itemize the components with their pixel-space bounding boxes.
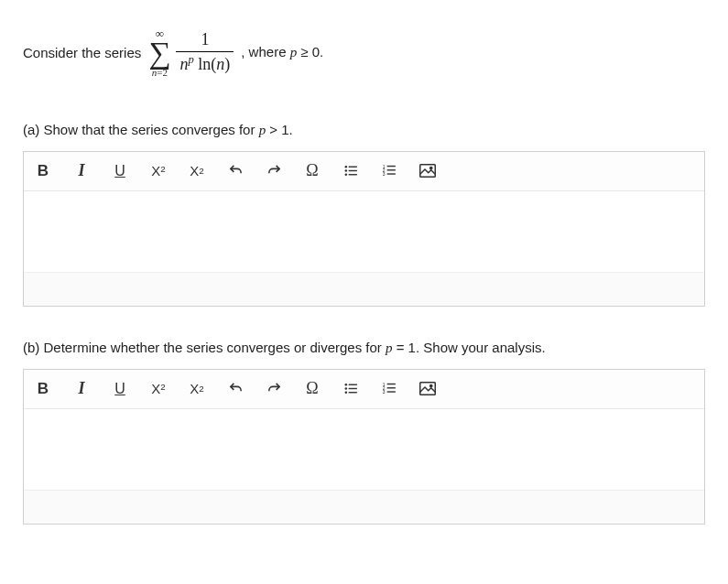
ul-icon [343, 381, 359, 396]
italic-button[interactable]: I [62, 370, 101, 408]
series-formula: ∞ ∑ n=2 1 np ln(n) [148, 27, 234, 78]
svg-rect-11 [386, 173, 395, 174]
ordered-list-button[interactable]: 123 [370, 370, 408, 408]
svg-rect-9 [386, 166, 395, 167]
svg-text:3: 3 [382, 390, 385, 395]
fraction: 1 np ln(n) [176, 31, 234, 74]
image-button[interactable] [408, 152, 447, 190]
editor-a-footer [24, 272, 704, 306]
svg-text:3: 3 [382, 172, 385, 177]
part-b-label: (b) Determine whether the series converg… [23, 340, 705, 356]
editor-b-body[interactable] [24, 409, 704, 490]
image-button[interactable] [408, 370, 447, 408]
svg-rect-4 [348, 170, 356, 171]
superscript-button[interactable]: X2 [139, 370, 178, 408]
italic-button[interactable]: I [62, 152, 101, 190]
subscript-button[interactable]: X2 [178, 370, 216, 408]
svg-rect-10 [386, 169, 395, 170]
undo-icon [228, 381, 244, 396]
toolbar-b: B I U X2 X2 Ω 123 [24, 370, 704, 409]
svg-rect-12 [420, 165, 436, 178]
special-char-button[interactable]: Ω [293, 152, 331, 190]
problem-statement: Consider the series ∞ ∑ n=2 1 np ln(n) ,… [23, 27, 705, 78]
ul-icon [343, 163, 359, 178]
unordered-list-button[interactable] [331, 370, 370, 408]
redo-icon [266, 381, 282, 396]
special-char-button[interactable]: Ω [293, 370, 331, 408]
bold-button[interactable]: B [24, 152, 62, 190]
svg-rect-23 [386, 384, 395, 384]
svg-point-2 [344, 174, 347, 177]
redo-button[interactable] [255, 370, 293, 408]
intro-trail: , where p ≥ 0. [241, 44, 323, 60]
editor-a: B I U X2 X2 Ω 123 [23, 151, 705, 307]
underline-button[interactable]: U [101, 152, 139, 190]
subscript-button[interactable]: X2 [178, 152, 216, 190]
denominator: np ln(n) [176, 51, 234, 74]
image-icon [419, 382, 436, 395]
sigma-lower: n=2 [152, 68, 168, 78]
svg-rect-19 [348, 392, 356, 393]
editor-b-footer [24, 490, 704, 524]
svg-rect-26 [420, 383, 436, 395]
ol-icon: 123 [382, 163, 397, 178]
svg-rect-24 [386, 387, 395, 388]
svg-point-1 [344, 169, 347, 172]
svg-point-15 [344, 387, 347, 390]
ol-icon: 123 [382, 381, 397, 396]
part-a-label: (a) Show that the series converges for p… [23, 122, 705, 138]
undo-icon [228, 163, 244, 178]
svg-rect-5 [348, 174, 356, 175]
ordered-list-button[interactable]: 123 [370, 152, 408, 190]
redo-button[interactable] [255, 152, 293, 190]
bold-button[interactable]: B [24, 370, 62, 408]
svg-point-13 [430, 167, 432, 168]
intro-lead: Consider the series [23, 45, 141, 60]
svg-rect-18 [348, 388, 356, 389]
svg-point-27 [430, 384, 432, 386]
superscript-button[interactable]: X2 [139, 152, 178, 190]
svg-rect-17 [348, 384, 356, 385]
svg-point-0 [344, 166, 347, 168]
sigma-symbol: ∑ [148, 39, 170, 68]
undo-button[interactable] [216, 370, 255, 408]
toolbar-a: B I U X2 X2 Ω 123 [24, 152, 704, 191]
unordered-list-button[interactable] [331, 152, 370, 190]
undo-button[interactable] [216, 152, 255, 190]
svg-point-14 [344, 384, 347, 386]
image-icon [419, 164, 436, 178]
editor-a-body[interactable] [24, 191, 704, 272]
underline-button[interactable]: U [101, 370, 139, 408]
svg-rect-3 [348, 167, 356, 168]
redo-icon [266, 163, 282, 178]
numerator: 1 [197, 31, 212, 51]
svg-point-16 [344, 392, 347, 395]
sigma: ∞ ∑ n=2 [148, 27, 170, 78]
editor-b: B I U X2 X2 Ω 123 [23, 369, 705, 525]
svg-rect-25 [386, 391, 395, 392]
